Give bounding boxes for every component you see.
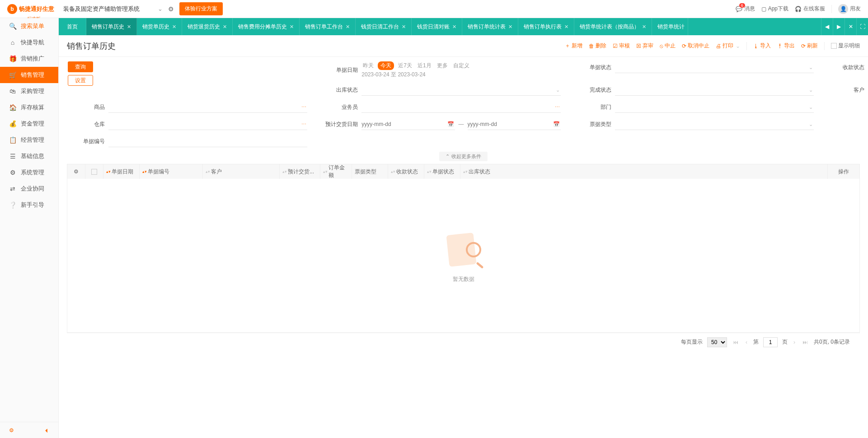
- tab-item[interactable]: 销货单统计表（按商品）✕: [574, 18, 652, 35]
- chevron-down-icon[interactable]: ⌄: [556, 87, 560, 93]
- tab-item[interactable]: 销售订单统计表✕: [462, 18, 518, 35]
- industry-plan-button[interactable]: 体验行业方案: [179, 2, 223, 15]
- date-quick-last7[interactable]: 近7天: [397, 61, 413, 70]
- close-icon[interactable]: ✕: [564, 24, 568, 30]
- delete-button[interactable]: 🗑删除: [589, 42, 606, 50]
- table-settings-button[interactable]: ⚙: [67, 164, 85, 179]
- app-download-button[interactable]: ▢ App下载: [761, 5, 788, 13]
- sidebar-item-inventory[interactable]: 🏠库存核算: [0, 99, 58, 116]
- date-quick-more[interactable]: 更多: [436, 61, 449, 70]
- sidebar-item-finance[interactable]: 💰资金管理: [0, 116, 58, 132]
- fullscreen-icon[interactable]: ⛶: [856, 18, 868, 35]
- product-input[interactable]: [108, 101, 307, 113]
- query-button[interactable]: 查询: [68, 61, 93, 72]
- tab-sales-order-history[interactable]: 销售订单历史✕: [86, 18, 137, 35]
- chevron-down-icon[interactable]: ⌄: [809, 65, 813, 70]
- online-service-button[interactable]: 🎧 在线客服: [795, 5, 825, 13]
- close-icon[interactable]: ✕: [172, 24, 176, 30]
- sidebar-item-coop[interactable]: ⇄企业协同: [0, 181, 58, 197]
- stop-button[interactable]: ⦸中止: [660, 42, 676, 50]
- chevron-down-icon[interactable]: ⌄: [809, 104, 813, 110]
- bill-no-input[interactable]: [108, 135, 307, 147]
- sidebar-item-biz[interactable]: 📋经营管理: [0, 132, 58, 148]
- col-out-status[interactable]: ▴▾出库状态: [460, 164, 828, 179]
- collapse-filters-button[interactable]: ⌃ 收起更多条件: [439, 152, 488, 161]
- unstop-button[interactable]: ⟳取消中止: [682, 42, 709, 50]
- delivery-date-to[interactable]: [468, 121, 561, 127]
- tab-item[interactable]: 销货退货历史✕: [182, 18, 233, 35]
- chevron-down-icon[interactable]: ⌄: [809, 121, 813, 127]
- refresh-button[interactable]: ⟳刷新: [801, 42, 818, 50]
- more-icon[interactable]: ⋯: [301, 121, 306, 127]
- col-bill-date[interactable]: ▴▾单据日期: [103, 164, 140, 179]
- close-icon[interactable]: ✕: [223, 24, 227, 30]
- close-icon[interactable]: ✕: [127, 24, 131, 30]
- tab-item[interactable]: 钱货日清工作台✕: [356, 18, 412, 35]
- col-ticket[interactable]: 票据类型: [352, 164, 388, 179]
- system-selector[interactable]: 装备及固定资产辅助管理系统 ⌄: [63, 5, 163, 13]
- sidebar-item-base[interactable]: ☰基础信息: [0, 148, 58, 164]
- tab-item[interactable]: 钱货日清对账✕: [412, 18, 462, 35]
- calendar-icon[interactable]: 📅: [553, 121, 560, 127]
- col-customer[interactable]: ▴▾客户: [203, 164, 280, 179]
- close-icon[interactable]: ✕: [346, 24, 350, 30]
- sidebar-item-purchase[interactable]: 🛍采购管理: [0, 83, 58, 99]
- page-last-button[interactable]: ⏭: [801, 339, 809, 345]
- sidebar-search[interactable]: 🔍 搜索菜单: [0, 18, 58, 34]
- finish-status-select[interactable]: [615, 84, 814, 96]
- tabs-scroll-left[interactable]: ◀: [821, 18, 833, 35]
- messages-button[interactable]: 💬 6 消息: [736, 5, 755, 13]
- settings-icon[interactable]: ⚙: [9, 427, 14, 433]
- tabs-scroll-right[interactable]: ▶: [833, 18, 845, 35]
- collapse-sidebar-icon[interactable]: ⏴: [44, 427, 49, 433]
- dept-select[interactable]: [615, 101, 814, 113]
- tab-item[interactable]: 销售费用分摊单历史✕: [233, 18, 300, 35]
- date-quick-custom[interactable]: 自定义: [452, 61, 471, 70]
- col-bill-no[interactable]: ▴▾单据编号: [140, 164, 203, 179]
- export-button[interactable]: ⭱导出: [777, 42, 795, 50]
- delivery-date-from[interactable]: [361, 121, 455, 127]
- date-quick-today[interactable]: 今天: [378, 61, 394, 70]
- close-icon[interactable]: ✕: [452, 24, 456, 30]
- ticket-type-select[interactable]: [615, 118, 814, 130]
- page-prev-button[interactable]: ‹: [744, 339, 749, 345]
- col-bill-status[interactable]: ▴▾单据状态: [424, 164, 460, 179]
- out-status-select[interactable]: [361, 84, 560, 96]
- page-input[interactable]: [763, 337, 778, 347]
- more-icon[interactable]: ⋯: [301, 104, 306, 110]
- show-detail-toggle[interactable]: 显示明细: [831, 42, 860, 50]
- warehouse-input[interactable]: [108, 118, 307, 130]
- tab-home[interactable]: 首页: [59, 18, 86, 35]
- close-icon[interactable]: ✕: [642, 24, 646, 30]
- close-icon[interactable]: ✕: [508, 24, 512, 30]
- sidebar-item-quicknav[interactable]: ⌂快捷导航: [0, 34, 58, 51]
- gear-icon[interactable]: ⚙: [168, 5, 174, 13]
- per-page-select[interactable]: 50: [707, 337, 727, 347]
- sidebar-item-system[interactable]: ⚙系统管理: [0, 164, 58, 181]
- bill-status-select[interactable]: [615, 61, 814, 73]
- col-amount[interactable]: ▴▾订单金额: [320, 164, 352, 179]
- date-quick-last1m[interactable]: 近1月: [416, 61, 433, 70]
- salesman-input[interactable]: [361, 101, 560, 113]
- date-quick-yesterday[interactable]: 昨天: [361, 61, 375, 70]
- more-icon[interactable]: ⋯: [555, 104, 560, 110]
- calendar-icon[interactable]: 📅: [447, 121, 454, 127]
- page-next-button[interactable]: ›: [792, 339, 797, 345]
- audit-button[interactable]: ☑审核: [613, 42, 630, 50]
- print-button[interactable]: 🖨打印⌄: [716, 42, 740, 50]
- close-icon[interactable]: ✕: [290, 24, 294, 30]
- tab-item[interactable]: 销货单统计: [652, 18, 688, 35]
- chevron-down-icon[interactable]: ⌄: [809, 87, 813, 93]
- tab-item[interactable]: 销售订单执行表✕: [518, 18, 574, 35]
- col-delivery[interactable]: ▴▾预计交货...: [280, 164, 320, 179]
- tab-item[interactable]: 销售订单工作台✕: [300, 18, 356, 35]
- abandon-button[interactable]: ☒弃审: [636, 42, 653, 50]
- setting-button[interactable]: 设置: [68, 75, 93, 86]
- close-icon[interactable]: ✕: [402, 24, 406, 30]
- import-button[interactable]: ⭳导入: [753, 42, 771, 50]
- add-button[interactable]: ＋新增: [565, 42, 582, 50]
- select-all-checkbox[interactable]: [85, 164, 103, 179]
- tab-item[interactable]: 销货单历史✕: [137, 18, 182, 35]
- page-first-button[interactable]: ⏮: [732, 339, 740, 345]
- sidebar-item-sales[interactable]: 🛒销售管理: [0, 67, 58, 83]
